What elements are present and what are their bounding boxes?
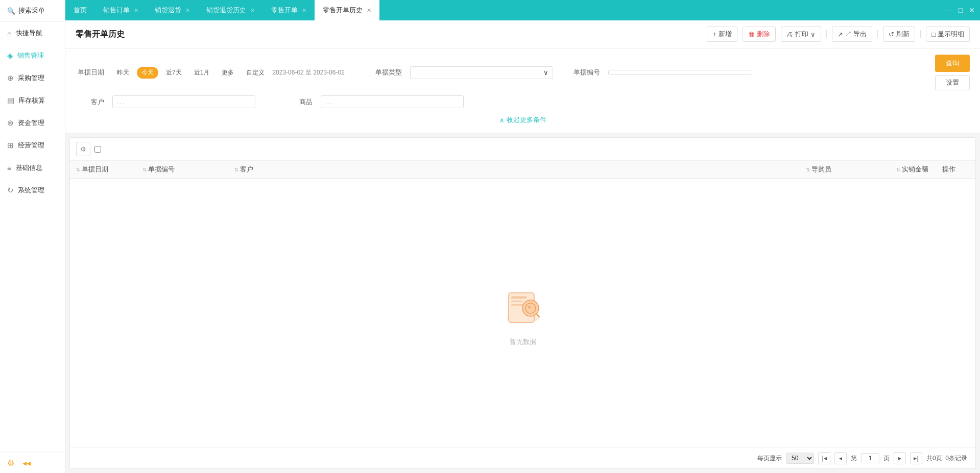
toolbar-divider xyxy=(826,30,827,38)
date-btn-today[interactable]: 今天 xyxy=(137,67,158,79)
tab-sales-order-label: 销售订单 xyxy=(103,6,130,15)
empty-illustration xyxy=(497,280,548,331)
product-input[interactable]: ... xyxy=(321,95,464,108)
customer-input[interactable]: ... xyxy=(112,95,255,108)
tab-sales-return-label: 销货退货 xyxy=(155,6,181,15)
th-customer-label: 客户 xyxy=(240,165,253,174)
th-date[interactable]: ⇅ 单据日期 xyxy=(76,165,142,174)
sidebar-item-inventory[interactable]: ▤ 库存核算 xyxy=(0,89,65,112)
sidebar-item-finance[interactable]: ⊗ 资金管理 xyxy=(0,112,65,134)
svg-point-8 xyxy=(528,306,531,309)
toolbar-divider3 xyxy=(920,30,921,38)
page-next-btn[interactable]: ▸ xyxy=(894,452,906,464)
th-billno[interactable]: ⇅ 单据编号 xyxy=(142,165,234,174)
sidebar-item-basic-info[interactable]: ≡ 基础信息 xyxy=(0,157,65,179)
date-btn-custom[interactable]: 自定义 xyxy=(242,66,269,79)
page-input[interactable] xyxy=(861,453,879,463)
sidebar-item-purchase-mgmt[interactable]: ⊕ 采购管理 xyxy=(0,67,65,89)
add-button[interactable]: + 新增 xyxy=(707,27,737,42)
finance-icon: ⊗ xyxy=(7,118,14,128)
sidebar-bottom: ⚙ ◂◂ xyxy=(0,453,65,473)
display-detail-label: 显示明细 xyxy=(938,30,964,39)
date-btn-more[interactable]: 更多 xyxy=(217,66,238,79)
collapse-filter-btn[interactable]: ∧ 收起更多条件 xyxy=(76,113,970,127)
tab-home[interactable]: 首页 xyxy=(65,0,95,20)
delete-icon: 🗑 xyxy=(748,31,755,38)
tab-retail-open-history-label: 零售开单历史 xyxy=(323,6,363,15)
product-dots: ... xyxy=(325,98,334,106)
window-minimize-btn[interactable]: — xyxy=(945,6,952,14)
bill-type-select[interactable]: ∨ xyxy=(410,66,553,79)
sidebar-label-finance: 资金管理 xyxy=(18,118,44,128)
top-right-controls: — □ ✕ xyxy=(945,6,980,14)
sort-billno-icon: ⇅ xyxy=(142,167,147,172)
collapse-sidebar-icon[interactable]: ◂◂ xyxy=(22,458,31,468)
th-guide[interactable]: ⇅ 导购员 xyxy=(806,165,867,174)
export-icon: ↗ xyxy=(838,31,843,38)
sidebar-item-system[interactable]: ↻ 系统管理 xyxy=(0,179,65,202)
sort-customer-icon: ⇅ xyxy=(234,167,238,172)
purchase-icon: ⊕ xyxy=(7,73,14,83)
bill-no-label: 单据编号 xyxy=(571,68,600,77)
svg-rect-3 xyxy=(511,301,522,302)
bill-no-input[interactable] xyxy=(608,70,751,75)
tab-retail-open[interactable]: 零售开单 ✕ xyxy=(263,0,315,20)
column-settings-button[interactable]: ⚙ xyxy=(76,142,90,156)
sidebar-item-operations[interactable]: ⊞ 经营管理 xyxy=(0,134,65,157)
th-guide-label: 导购员 xyxy=(811,165,831,174)
sidebar-item-sales-mgmt[interactable]: ◈ 销售管理 xyxy=(0,44,65,67)
print-button[interactable]: 🖨 打印 ∨ xyxy=(781,27,821,42)
tab-retail-open-history[interactable]: 零售开单历史 ✕ xyxy=(315,0,379,20)
sidebar-item-quick-nav[interactable]: ⌂ 快捷导航 xyxy=(0,22,65,44)
tab-sales-return-close[interactable]: ✕ xyxy=(185,7,190,14)
sidebar-label-operations: 经营管理 xyxy=(18,141,44,150)
page-prev-btn[interactable]: ◂ xyxy=(834,452,847,464)
tab-retail-open-history-close[interactable]: ✕ xyxy=(367,7,371,14)
date-btn-1month[interactable]: 近1月 xyxy=(189,66,214,79)
system-icon: ↻ xyxy=(7,186,14,195)
query-button[interactable]: 查询 xyxy=(935,55,970,72)
th-amount[interactable]: ⇅ 实销金额 xyxy=(867,165,928,174)
page-last-btn[interactable]: ▸| xyxy=(910,452,922,464)
th-amount-label: 实销金额 xyxy=(902,165,928,174)
toolbar: + 新增 🗑 删除 🖨 打印 ∨ ↗ ↗ 导出 ↺ xyxy=(707,27,970,42)
top-tabs-bar: 首页 销售订单 ✕ 销货退货 ✕ 销货退货历史 ✕ 零售开单 ✕ 零售开单历史 … xyxy=(65,0,980,20)
window-maximize-btn[interactable]: □ xyxy=(959,6,963,14)
date-btn-yesterday[interactable]: 昨天 xyxy=(112,66,134,79)
customer-label: 客户 xyxy=(76,97,104,107)
sidebar-label-system: 系统管理 xyxy=(18,186,44,195)
refresh-label: 刷新 xyxy=(896,30,910,39)
settings-button[interactable]: 设置 xyxy=(935,75,970,90)
th-billno-label: 单据编号 xyxy=(148,165,175,174)
sidebar-search[interactable]: 🔍 搜索采单 xyxy=(0,0,65,22)
table-toolbar-row: ⚙ xyxy=(70,138,975,161)
settings-gear-icon[interactable]: ⚙ xyxy=(7,458,14,468)
display-detail-button[interactable]: □ 显示明细 xyxy=(926,27,970,42)
tab-sales-order-close[interactable]: ✕ xyxy=(134,7,138,14)
window-close-btn[interactable]: ✕ xyxy=(969,6,975,14)
tab-sales-return-history[interactable]: 销货退货历史 ✕ xyxy=(198,0,263,20)
th-date-label: 单据日期 xyxy=(82,165,108,174)
refresh-button[interactable]: ↺ 刷新 xyxy=(883,27,915,42)
sidebar-label-inventory: 库存核算 xyxy=(18,96,45,105)
delete-button[interactable]: 🗑 删除 xyxy=(743,27,776,42)
select-all-checkbox[interactable] xyxy=(94,146,101,153)
tab-sales-order[interactable]: 销售订单 ✕ xyxy=(95,0,147,20)
print-label: 打印 xyxy=(795,30,808,39)
table-area: ⚙ ⇅ 单据日期 ⇅ 单据编号 ⇅ 客户 ⇅ 导购 xyxy=(69,137,976,469)
date-btn-7days[interactable]: 近7天 xyxy=(161,66,186,79)
tab-retail-open-close[interactable]: ✕ xyxy=(302,7,306,14)
page-size-select[interactable]: 50 10 20 100 xyxy=(786,453,814,464)
page-first-btn[interactable]: |◂ xyxy=(818,452,830,464)
page-header: 零售开单历史 + 新增 🗑 删除 🖨 打印 ∨ ↗ ↗ 导出 xyxy=(65,20,980,48)
tab-home-label: 首页 xyxy=(74,6,87,15)
page-label: 页 xyxy=(883,454,890,463)
tab-sales-return-history-close[interactable]: ✕ xyxy=(250,7,255,14)
tab-retail-open-label: 零售开单 xyxy=(271,6,298,15)
tab-sales-return[interactable]: 销货退货 ✕ xyxy=(147,0,198,20)
export-button[interactable]: ↗ ↗ 导出 xyxy=(832,27,873,42)
th-action: 操作 xyxy=(928,165,969,174)
page-title: 零售开单历史 xyxy=(76,29,125,40)
refresh-icon: ↺ xyxy=(889,31,894,38)
th-customer[interactable]: ⇅ 客户 xyxy=(234,165,806,174)
